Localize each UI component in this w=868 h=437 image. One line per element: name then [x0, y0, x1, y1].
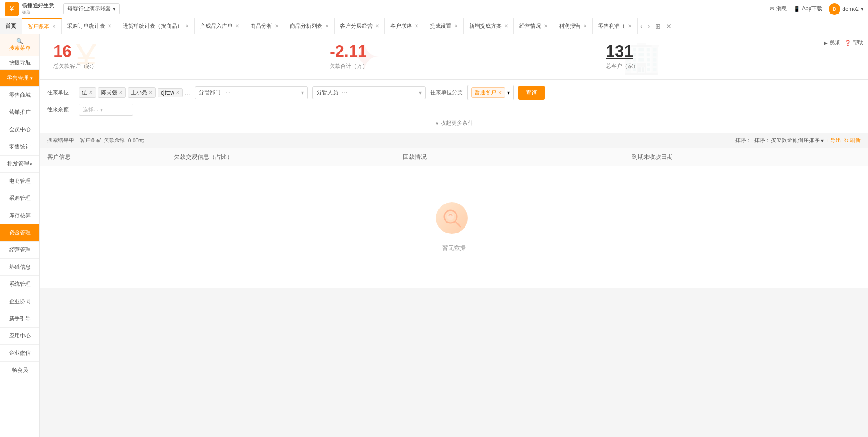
person-filter-select[interactable]: 分管人员 ··· ▾ — [312, 86, 426, 99]
svg-line-2 — [455, 221, 460, 227]
empty-icon-inner — [436, 202, 468, 234]
customer-unit: 家 — [96, 137, 101, 144]
sidebar-item-label: 企业协同 — [9, 298, 31, 304]
sidebar-item-basic-info[interactable]: 基础信息 — [0, 259, 39, 276]
tab-new-proposal[interactable]: 新增提成方案 ✕ — [464, 18, 514, 34]
sidebar-item-label: 资金管理 — [9, 229, 31, 236]
tab-product-stock[interactable]: 产成品入库单 ✕ — [195, 18, 245, 34]
top-bar: ¥ 畅捷通好生意 标版 母婴行业演示账套 ▾ ✉ 消息 📱 App下载 D de… — [0, 0, 868, 18]
tab-customer-contact[interactable]: 客户联络 ✕ — [385, 18, 424, 34]
messages-btn[interactable]: ✉ 消息 — [770, 5, 787, 13]
sidebar-item-enterprise[interactable]: 企业协同 — [0, 293, 39, 310]
close-icon[interactable]: ✕ — [504, 24, 508, 28]
sidebar-item-ecommerce[interactable]: 电商管理 — [0, 173, 39, 190]
close-icon[interactable]: ✕ — [52, 24, 56, 29]
dept-dots[interactable]: ··· — [224, 89, 230, 97]
search-result-label: 搜索结果中，客户 — [47, 137, 91, 144]
person-dots[interactable]: ··· — [342, 89, 348, 97]
sidebar-item-app-center[interactable]: 应用中心 — [0, 328, 39, 345]
tab-expand-btn[interactable]: ⊞ — [652, 18, 663, 34]
sidebar-search[interactable]: 🔍 搜索菜单 — [0, 34, 39, 56]
close-icon[interactable]: ✕ — [375, 24, 379, 28]
app-download-btn[interactable]: 📱 App下载 — [793, 5, 822, 13]
sidebar-item-retail-stats[interactable]: 零售统计 — [0, 138, 39, 156]
query-button[interactable]: 查询 — [518, 86, 545, 100]
tab-prev-btn[interactable]: ‹ — [638, 18, 645, 34]
sidebar-item-operations-mgmt[interactable]: 经营管理 — [0, 242, 39, 259]
tab-retail-profit[interactable]: 零售利润（ ✕ — [593, 18, 638, 34]
dept-filter-select[interactable]: 分管部门 ··· ▾ — [195, 86, 308, 99]
filter-more-tags[interactable]: ... — [185, 89, 190, 96]
app-icon: 📱 — [793, 6, 800, 12]
export-btn[interactable]: ↓ 导出 — [826, 137, 841, 144]
class-tag-text: 普通客户 — [475, 89, 496, 96]
close-icon[interactable]: ✕ — [628, 24, 632, 28]
sidebar-item-purchase[interactable]: 采购管理 — [0, 190, 39, 207]
sidebar-item-label: 基础信息 — [9, 264, 31, 270]
tab-bar: 首页 客户账本 ✕ 采购订单统计表 ✕ 进货单统计表（按商品） ✕ 产成品入库单… — [0, 18, 868, 34]
collapse-button[interactable]: ∧ 收起更多条件 — [435, 119, 473, 127]
remove-class-tag[interactable]: ✕ — [498, 90, 502, 96]
sidebar-item-retail-mall[interactable]: 零售商城 — [0, 87, 39, 104]
unit-filter-label: 往来单位 — [47, 89, 74, 96]
tab-product-analysis-list[interactable]: 商品分析列表 ✕ — [284, 18, 335, 34]
tab-purchase-orders[interactable]: 采购订单统计表 ✕ — [62, 18, 117, 34]
refresh-btn[interactable]: ↻ 刷新 — [844, 137, 861, 144]
sidebar-search-label: 搜索菜单 — [9, 45, 31, 51]
tab-home[interactable]: 首页 — [0, 18, 22, 34]
close-icon[interactable]: ✕ — [415, 24, 418, 28]
remove-tag-wang[interactable]: ✕ — [149, 90, 153, 95]
remove-tag-wu[interactable]: ✕ — [89, 90, 93, 95]
tab-proposal-settings[interactable]: 提成设置 ✕ — [424, 18, 464, 34]
total-debt-customers-value: 16 — [53, 43, 72, 60]
message-icon: ✉ — [770, 6, 774, 12]
empty-state: 暂无数据 — [40, 166, 868, 288]
stats-total-debt-customers: 16 总欠款客户（家） — [40, 34, 316, 79]
sidebar-item-system[interactable]: 系统管理 — [0, 276, 39, 293]
sidebar-item-finance[interactable]: 资金管理 — [0, 224, 39, 242]
sidebar-quick-nav[interactable]: 快捷导航 — [0, 56, 39, 70]
filter-tag-wu: 伍 ✕ — [79, 87, 96, 98]
tab-operations[interactable]: 经营情况 ✕ — [514, 18, 553, 34]
balance-filter-select[interactable]: 选择... ▾ — [79, 104, 133, 116]
sidebar-item-label: 经营管理 — [9, 247, 31, 253]
sort-select[interactable]: 排序：按欠款金额倒序排序 ▾ — [754, 137, 824, 144]
tab-next-btn[interactable]: › — [645, 18, 653, 34]
sidebar-item-wholesale[interactable]: 批发管理 ▾ — [0, 156, 39, 173]
close-icon[interactable]: ✕ — [325, 24, 329, 28]
sidebar-item-label: 零售商城 — [9, 92, 31, 98]
tab-customers[interactable]: 客户账本 ✕ — [22, 18, 62, 34]
col-due-date: 到期未收款日期 — [632, 153, 861, 161]
remove-tag-chen[interactable]: ✕ — [119, 90, 123, 95]
col-debt-info: 欠款交易信息（占比） — [174, 153, 403, 161]
sidebar-item-vip[interactable]: 畅会员 — [0, 362, 39, 379]
tab-stock-in[interactable]: 进货单统计表（按商品） ✕ — [117, 18, 195, 34]
close-icon[interactable]: ✕ — [544, 24, 547, 28]
workspace-selector[interactable]: 母婴行业演示账套 ▾ — [63, 3, 120, 14]
top-right: ✉ 消息 📱 App下载 D demo2 ▾ — [770, 3, 863, 15]
app-download-label: App下载 — [802, 5, 822, 13]
tab-product-analysis[interactable]: 商品分析 ✕ — [245, 18, 284, 34]
sidebar-item-member[interactable]: 会员中心 — [0, 121, 39, 138]
close-icon[interactable]: ✕ — [583, 24, 587, 28]
tab-customer-segment[interactable]: 客户分层经营 ✕ — [335, 18, 385, 34]
logo-text: 畅捷通好生意 — [22, 2, 54, 9]
sidebar-item-guide[interactable]: 新手引导 — [0, 310, 39, 328]
close-icon[interactable]: ✕ — [235, 24, 239, 28]
stats-total-customers: 131 总客户（家） — [592, 34, 868, 79]
table-area: 客户信息 欠款交易信息（占比） 回款情况 到期未收款日期 — [40, 148, 868, 288]
tab-close-all-btn[interactable]: ✕ — [663, 18, 674, 34]
sidebar-item-retail[interactable]: 零售管理 ▾ — [0, 70, 39, 87]
collapse-label: 收起更多条件 — [441, 119, 473, 127]
close-icon[interactable]: ✕ — [454, 24, 458, 28]
user-menu[interactable]: D demo2 ▾ — [829, 3, 863, 15]
remove-tag-cjttcw[interactable]: ✕ — [176, 90, 180, 95]
tab-profit-report[interactable]: 利润报告 ✕ — [553, 18, 593, 34]
sidebar-item-marketing[interactable]: 营销推广 — [0, 104, 39, 121]
close-icon[interactable]: ✕ — [108, 24, 111, 28]
sidebar-item-wechat[interactable]: 企业微信 — [0, 345, 39, 362]
close-icon[interactable]: ✕ — [275, 24, 278, 28]
sidebar-item-inventory[interactable]: 库存核算 — [0, 207, 39, 224]
close-icon[interactable]: ✕ — [185, 24, 189, 28]
class-filter-select[interactable]: 普通客户 ✕ ▾ — [467, 85, 514, 100]
